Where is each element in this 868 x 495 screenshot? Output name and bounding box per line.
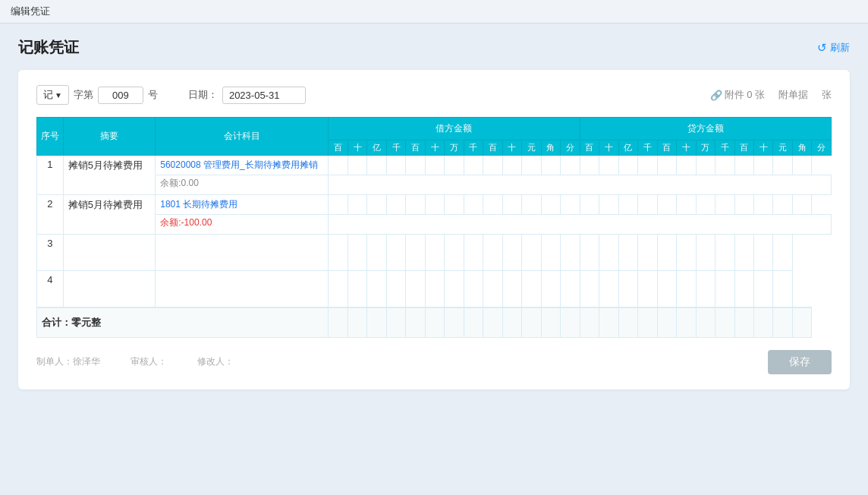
attach-count-label: 张 — [822, 88, 832, 102]
table-row-2: 2 摊销5月待摊费用 1801 长期待摊费用 — [37, 195, 832, 215]
paperclip-icon: 🔗 — [710, 90, 722, 101]
th-account: 会计科目 — [156, 118, 329, 156]
chevron-down-icon: ▼ — [55, 91, 62, 99]
debit-digit-10: 元 — [522, 140, 541, 156]
row-balance-1: 余额:0.00 — [156, 175, 329, 195]
credit-digit-9: 十 — [754, 140, 773, 156]
row-seq-4: 4 — [37, 271, 64, 307]
debit-digit-7: 千 — [464, 140, 483, 156]
maker-label: 制单人：徐泽华 — [36, 355, 100, 368]
credit-digit-8: 百 — [734, 140, 753, 156]
table-row-balance-2: 余额:-100.00 — [37, 215, 832, 235]
reviewer-label: 审核人： — [131, 355, 167, 368]
row-summary-1[interactable]: 摊销5月待摊费用 — [63, 156, 155, 195]
refresh-icon: ↺ — [817, 41, 827, 55]
row-summary-3[interactable] — [63, 235, 155, 271]
th-debit: 借方金额 — [329, 118, 580, 140]
credit-digit-4: 百 — [657, 140, 676, 156]
credit-digit-5: 十 — [677, 140, 696, 156]
credit-digit-3: 千 — [638, 140, 657, 156]
voucher-table-wrapper: 序号 摘要 会计科目 借方金额 贷方金额 百 十 亿 千 百 十 万 — [36, 117, 832, 338]
debit-digit-3: 千 — [386, 140, 405, 156]
row-balance-2: 余额:-100.00 — [156, 215, 329, 235]
credit-digit-11: 角 — [792, 140, 811, 156]
debit-digit-12: 分 — [561, 140, 580, 156]
zi-label: 字第 — [74, 88, 93, 102]
th-credit: 贷方金额 — [580, 118, 831, 140]
title-bar-label: 编辑凭证 — [11, 5, 50, 17]
modifier-label: 修改人： — [197, 355, 234, 368]
debit-digit-8: 百 — [483, 140, 502, 156]
credit-digit-2: 亿 — [618, 140, 637, 156]
voucher-type-dropdown[interactable]: 记 ▼ — [36, 85, 69, 105]
credit-digit-7: 千 — [715, 140, 734, 156]
row-seq-1: 1 — [37, 156, 64, 195]
attachment-link[interactable]: 🔗 附件 0 张 — [710, 88, 765, 102]
table-row-3: 3 — [37, 235, 832, 271]
th-summary: 摘要 — [63, 118, 155, 156]
row-summary-2[interactable]: 摊销5月待摊费用 — [63, 195, 155, 235]
credit-digit-12: 分 — [812, 140, 832, 156]
row-seq-3: 3 — [37, 235, 64, 271]
debit-digit-1: 十 — [348, 140, 366, 156]
debit-digit-6: 万 — [445, 140, 464, 156]
row-account-4[interactable] — [156, 271, 329, 307]
row-summary-4[interactable] — [63, 271, 155, 307]
credit-digit-6: 万 — [696, 140, 715, 156]
hao-label: 号 — [148, 88, 158, 102]
title-bar: 编辑凭证 — [0, 0, 868, 24]
save-button[interactable]: 保存 — [768, 350, 832, 374]
credit-digit-1: 十 — [599, 140, 618, 156]
refresh-button[interactable]: ↺ 刷新 — [817, 41, 850, 55]
debit-digit-11: 角 — [541, 140, 560, 156]
voucher-table: 序号 摘要 会计科目 借方金额 贷方金额 百 十 亿 千 百 十 万 — [36, 117, 832, 338]
date-input[interactable] — [222, 87, 306, 104]
row-account-2[interactable]: 1801 长期待摊费用 — [156, 195, 329, 215]
total-row: 合计：零元整 — [37, 307, 832, 338]
credit-digit-10: 元 — [773, 140, 792, 156]
table-row-4: 4 — [37, 271, 832, 307]
credit-digit-0: 百 — [580, 140, 599, 156]
footer-row: 制单人：徐泽华 审核人： 修改人： 保存 — [36, 350, 832, 374]
debit-digit-0: 百 — [329, 140, 348, 156]
debit-digit-2: 亿 — [367, 140, 386, 156]
table-row: 1 摊销5月待摊费用 56020008 管理费用_长期待摊费用摊销 — [37, 156, 832, 175]
page-title: 记账凭证 — [18, 37, 79, 58]
th-seq: 序号 — [37, 118, 64, 156]
total-label: 合计：零元整 — [37, 307, 329, 338]
row-account-3[interactable] — [156, 235, 329, 271]
date-label: 日期： — [188, 88, 218, 102]
debit-digit-5: 十 — [425, 140, 444, 156]
row-seq-2: 2 — [37, 195, 64, 235]
table-row-balance-1: 余额:0.00 — [37, 175, 832, 195]
attach-doc-label: 附单据 — [778, 88, 808, 102]
debit-digit-4: 百 — [406, 140, 425, 156]
voucher-number-input[interactable] — [98, 87, 143, 104]
row-account-1[interactable]: 56020008 管理费用_长期待摊费用摊销 — [156, 156, 329, 175]
debit-digit-9: 十 — [502, 140, 521, 156]
